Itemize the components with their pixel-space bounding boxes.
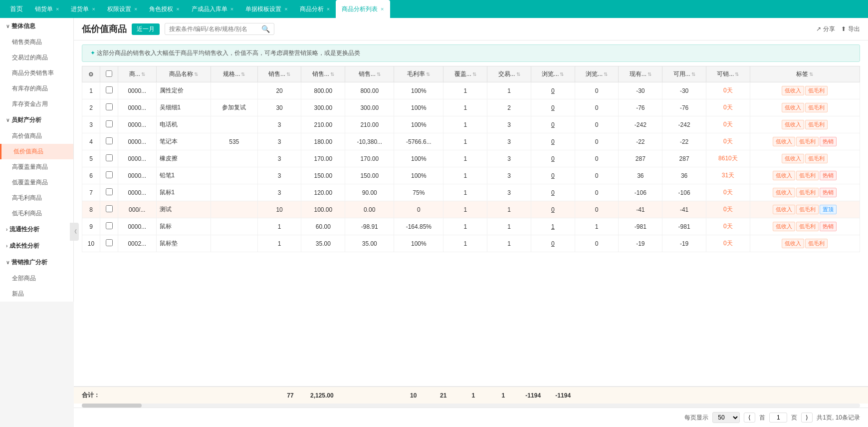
close-icon[interactable]: × <box>381 6 384 12</box>
row-saleable: 0天 <box>706 82 750 99</box>
close-icon[interactable]: × <box>327 6 330 12</box>
close-icon[interactable]: × <box>284 6 287 12</box>
sidebar-item-new-goods[interactable]: 新品 <box>0 286 73 302</box>
share-button[interactable]: ↗ 分享 <box>816 25 835 33</box>
row-name: 鼠标1 <box>156 184 211 201</box>
sidebar-section-marketing[interactable]: ∨ 营销推广分析 <box>0 254 73 271</box>
pagination-bar: 每页显示 50 100 200 ⟨ 首 页 ⟩ 共1页, 10条记录 <box>74 408 868 427</box>
row-current: -981 <box>619 218 662 235</box>
sidebar-item-low-value[interactable]: 低价值商品 <box>0 144 73 159</box>
sidebar-item-traded-goods[interactable]: 交易过的商品 <box>0 50 73 65</box>
sidebar-item-inventory-capital[interactable]: 库存资金占用 <box>0 96 73 112</box>
view1-link[interactable]: 0 <box>551 155 555 162</box>
row-view1[interactable]: 0 <box>531 133 575 150</box>
row-view1[interactable]: 0 <box>531 184 575 201</box>
sidebar-item-high-value[interactable]: 高价值商品 <box>0 128 73 144</box>
sidebar-section-liquidity[interactable]: › 流通性分析 <box>0 221 73 238</box>
row-checkbox[interactable] <box>106 188 113 195</box>
nav-sales-order[interactable]: 销货单 × <box>29 0 65 18</box>
view1-link[interactable]: 0 <box>551 121 555 128</box>
first-page-button[interactable]: ⟨ <box>744 413 755 423</box>
sidebar-item-in-stock-goods[interactable]: 有库存的商品 <box>0 81 73 96</box>
row-checkbox[interactable] <box>106 137 113 144</box>
filter-recent-month-button[interactable]: 近一月 <box>132 23 160 35</box>
view1-link[interactable]: 0 <box>551 87 555 94</box>
row-checkbox[interactable] <box>106 86 113 93</box>
sidebar-item-high-coverage[interactable]: 高覆盖量商品 <box>0 159 73 175</box>
page-number-input[interactable] <box>769 413 787 423</box>
view1-link[interactable]: 0 <box>551 240 555 247</box>
row-view1[interactable]: 0 <box>531 201 575 218</box>
row-checkbox[interactable] <box>106 154 113 161</box>
row-checkbox[interactable] <box>106 103 113 110</box>
close-icon[interactable]: × <box>134 6 137 12</box>
col-settings[interactable]: ⚙ <box>82 66 100 82</box>
sidebar-item-low-coverage[interactable]: 低覆盖量商品 <box>0 175 73 190</box>
nav-product-analysis-list[interactable]: 商品分析列表 × <box>336 0 390 18</box>
search-icon[interactable]: 🔍 <box>261 25 270 33</box>
horizontal-scrollbar[interactable] <box>82 404 860 408</box>
nav-permissions[interactable]: 权限设置 × <box>101 0 143 18</box>
row-spec: 参加复试 <box>211 99 257 116</box>
row-number: 4 <box>82 133 100 150</box>
row-view2: 0 <box>575 167 619 184</box>
view1-link[interactable]: 0 <box>551 206 555 213</box>
export-button[interactable]: ⬆ 导出 <box>841 25 860 33</box>
view1-link[interactable]: 0 <box>551 172 555 179</box>
nav-template-settings[interactable]: 单据模板设置 × <box>239 0 293 18</box>
close-icon[interactable]: × <box>92 6 95 12</box>
row-view1[interactable]: 0 <box>531 116 575 133</box>
view1-link[interactable]: 0 <box>551 189 555 196</box>
sidebar-item-category-sales-rate[interactable]: 商品分类销售率 <box>0 65 73 81</box>
select-all-checkbox[interactable] <box>106 70 112 77</box>
row-checkbox[interactable] <box>106 120 113 127</box>
row-name: 铅笔1 <box>156 167 211 184</box>
row-tags: 低收入低毛利热销 <box>750 133 860 150</box>
next-page-button[interactable]: ⟩ <box>801 413 813 423</box>
row-view1[interactable]: 1 <box>531 218 575 235</box>
row-code: 000/... <box>118 201 157 218</box>
sidebar-item-all-goods[interactable]: 全部商品 <box>0 271 73 286</box>
row-code: 0000... <box>118 167 157 184</box>
sidebar-section-asset-analysis[interactable]: ∨ 员财产分析 <box>0 112 73 128</box>
row-coverage: 1 <box>443 167 487 184</box>
nav-product-stock[interactable]: 产成品入库单 × <box>186 0 239 18</box>
row-checkbox[interactable] <box>106 222 113 229</box>
scrollbar-thumb[interactable] <box>82 404 142 408</box>
page-size-select[interactable]: 50 100 200 <box>712 412 740 423</box>
row-view1[interactable]: 0 <box>531 150 575 167</box>
sidebar-item-high-margin[interactable]: 高毛利商品 <box>0 190 73 206</box>
row-spec <box>211 201 257 218</box>
content-header: 低价值商品 近一月 🔍 ↗ 分享 ⬆ 导出 <box>74 18 868 40</box>
nav-product-analysis[interactable]: 商品分析 × <box>294 0 336 18</box>
search-input[interactable] <box>169 25 261 32</box>
row-spec: 535 <box>211 133 257 150</box>
col-checkbox[interactable] <box>100 66 118 82</box>
close-icon[interactable]: × <box>56 6 59 12</box>
view1-link[interactable]: 0 <box>551 104 555 111</box>
row-sales-amount: 210.00 <box>301 116 345 133</box>
nav-purchase-order[interactable]: 进货单 × <box>65 0 101 18</box>
row-view1[interactable]: 0 <box>531 167 575 184</box>
view1-link[interactable]: 1 <box>551 223 555 230</box>
nav-role-auth[interactable]: 角色授权 × <box>143 0 185 18</box>
view1-link[interactable]: 0 <box>551 138 555 145</box>
close-icon[interactable]: × <box>230 6 233 12</box>
sidebar-collapse-button[interactable]: 《 <box>70 223 79 241</box>
row-margin: -164.85% <box>394 218 443 235</box>
row-checkbox[interactable] <box>106 239 113 246</box>
row-view1[interactable]: 0 <box>531 82 575 99</box>
nav-home[interactable]: 首页 <box>4 0 29 18</box>
row-checkbox[interactable] <box>106 171 113 178</box>
row-view1[interactable]: 0 <box>531 235 575 252</box>
row-checkbox[interactable] <box>106 205 113 212</box>
sidebar-item-low-margin[interactable]: 低毛利商品 <box>0 206 73 221</box>
sidebar-item-sales-goods[interactable]: 销售类商品 <box>0 34 73 50</box>
row-saleable: 0天 <box>706 116 750 133</box>
row-view1[interactable]: 0 <box>531 99 575 116</box>
close-icon[interactable]: × <box>176 6 179 12</box>
row-tags: 低收入低毛利 <box>750 99 860 116</box>
sidebar-section-overall[interactable]: ∨ 整体信息 <box>0 18 73 34</box>
sidebar-section-growth[interactable]: › 成长性分析 <box>0 238 73 254</box>
row-number: 5 <box>82 150 100 167</box>
